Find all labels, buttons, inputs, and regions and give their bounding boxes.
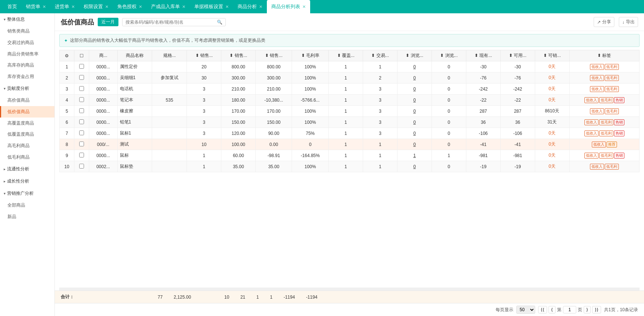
close-icon[interactable]: ✕: [71, 4, 75, 9]
filter-button[interactable]: 近一月: [98, 18, 118, 26]
sidebar-item-low-coverage[interactable]: 低覆盖度商品: [0, 129, 54, 140]
sidebar-section-circulation[interactable]: ▸ 流通性分析: [0, 163, 54, 175]
page-header: 低价值商品 近一月 🔍 ↗ 分享 ↓ 导出: [55, 13, 644, 31]
per-page-select[interactable]: 50 20 100: [516, 306, 535, 314]
nav-purchase-order[interactable]: 进货单 ✕: [50, 0, 79, 13]
next-page-button[interactable]: ⟩: [584, 306, 591, 313]
browse-link[interactable]: 0: [413, 164, 416, 169]
search-icon[interactable]: 🔍: [217, 20, 222, 25]
row-checkbox[interactable]: [79, 130, 84, 135]
tag-badge: 低收入: [584, 153, 598, 159]
close-icon[interactable]: ✕: [302, 4, 306, 9]
cell-stock: -106: [466, 128, 500, 139]
sidebar-item-high-coverage[interactable]: 高覆盖度商品: [0, 118, 54, 129]
table-row: 6 0000... 铅笔1 3 150.00 150.00 100% 1 3 0…: [60, 117, 640, 128]
row-checkbox[interactable]: [79, 75, 84, 80]
page-number-input[interactable]: [563, 306, 576, 313]
tag-badge: 低毛利: [599, 119, 613, 125]
export-button[interactable]: ↓ 导出: [619, 17, 638, 27]
sidebar-item-stock-capital[interactable]: 库存资金占用: [0, 71, 54, 82]
close-icon[interactable]: ✕: [182, 4, 185, 9]
sidebar-item-new-products[interactable]: 新品: [0, 211, 54, 222]
close-icon[interactable]: ✕: [259, 4, 262, 9]
last-page-button[interactable]: ⟩⟩: [592, 306, 601, 313]
first-page-button[interactable]: ⟨⟨: [538, 306, 547, 313]
cell-checkbox[interactable]: [74, 150, 89, 161]
browse-link[interactable]: 0: [413, 142, 416, 147]
cell-checkbox[interactable]: [74, 139, 89, 150]
row-checkbox[interactable]: [79, 119, 84, 124]
cell-name: 吴细细1: [117, 72, 152, 84]
cell-checkbox[interactable]: [74, 84, 89, 95]
arrow-icon: ▾: [4, 86, 6, 91]
cell-checkbox[interactable]: [74, 106, 89, 117]
nav-role-auth[interactable]: 角色授权 ✕: [113, 0, 147, 13]
tag-badge: 低毛利: [605, 164, 619, 170]
horizontal-scrollbar[interactable]: [59, 288, 640, 290]
sidebar-section-marketing[interactable]: ▾ 营销推广分析: [0, 187, 54, 200]
tag-badge: 低收入: [592, 142, 606, 147]
browse-link[interactable]: 0: [413, 64, 416, 69]
sidebar-item-low-value[interactable]: 低价值商品: [0, 106, 54, 118]
row-checkbox[interactable]: [79, 64, 84, 69]
cell-checkbox[interactable]: [74, 95, 89, 106]
prev-page-button[interactable]: ⟨: [549, 306, 556, 313]
browse-link[interactable]: 0: [413, 120, 416, 125]
sidebar-item-high-margin[interactable]: 高毛利商品: [0, 140, 54, 152]
close-icon[interactable]: ✕: [43, 4, 46, 9]
browse-link[interactable]: 0: [413, 75, 416, 81]
cell-no: 8: [60, 139, 74, 150]
nav-product-analysis[interactable]: 商品分析 ✕: [233, 0, 267, 13]
sidebar-section-overall[interactable]: ▾ 整体信息: [0, 13, 54, 26]
row-checkbox[interactable]: [79, 142, 84, 146]
share-button[interactable]: ↗ 分享: [594, 17, 614, 27]
cell-no: 1: [60, 61, 74, 72]
cell-available: -22: [500, 95, 535, 106]
browse-link[interactable]: 0: [413, 109, 416, 114]
cell-spec: [152, 150, 187, 161]
row-checkbox[interactable]: [79, 108, 84, 113]
sidebar-item-high-value[interactable]: 高价值商品: [0, 95, 54, 106]
browse-link[interactable]: 0: [413, 86, 416, 92]
sidebar-item-low-margin[interactable]: 低毛利商品: [0, 152, 54, 163]
table-row: 8 000/... 测试 10 100.00 0.00 0 1 1 0 0 -4…: [60, 139, 640, 150]
nav-home[interactable]: 首页: [3, 0, 21, 13]
row-checkbox[interactable]: [79, 97, 84, 102]
row-checkbox[interactable]: [79, 86, 84, 91]
sidebar-section-growth[interactable]: ▸ 成长性分析: [0, 175, 54, 187]
sidebar-item-category-sales[interactable]: 商品分类销售率: [0, 48, 54, 60]
nav-product-analysis-list[interactable]: 商品分析列表 ✕: [267, 0, 310, 13]
close-icon[interactable]: ✕: [105, 4, 108, 9]
th-checkbox[interactable]: ☐: [74, 50, 89, 61]
cell-checkbox[interactable]: [74, 161, 89, 172]
tag-badge: 热销: [614, 153, 624, 159]
tag-badge: 低收入: [590, 108, 604, 114]
nav-product-instock[interactable]: 产成品入库单 ✕: [147, 0, 190, 13]
cell-checkbox[interactable]: [74, 128, 89, 139]
sidebar-item-sales-products[interactable]: 销售类商品: [0, 26, 54, 37]
cell-available: -106: [500, 128, 535, 139]
sidebar-item-traded-products[interactable]: 交易过的商品: [0, 37, 54, 48]
row-checkbox[interactable]: [79, 164, 84, 169]
row-checkbox[interactable]: [79, 153, 84, 157]
search-input[interactable]: [125, 20, 215, 25]
cell-checkbox[interactable]: [74, 61, 89, 72]
sidebar-item-all-products[interactable]: 全部商品: [0, 200, 54, 211]
nav-permissions[interactable]: 权限设置 ✕: [79, 0, 113, 13]
cell-checkbox[interactable]: [74, 72, 89, 84]
th-settings[interactable]: ⚙: [60, 50, 74, 61]
nav-template-settings[interactable]: 单据模板设置 ✕: [190, 0, 233, 13]
sidebar-item-high-stock[interactable]: 高库存的商品: [0, 60, 54, 71]
browse-link[interactable]: 0: [413, 98, 416, 103]
cell-checkbox[interactable]: [74, 117, 89, 128]
cell-tags: 低收入低毛利: [569, 106, 640, 117]
th-tags: ⬍ 标签: [569, 50, 640, 61]
browse-link[interactable]: 0: [413, 131, 416, 136]
nav-sales-order[interactable]: 销货单 ✕: [21, 0, 50, 13]
sidebar-section-contribution[interactable]: ▾ 贡献度分析: [0, 82, 54, 95]
browse-link[interactable]: 1: [413, 153, 416, 158]
close-icon[interactable]: ✕: [225, 4, 229, 9]
cell-sales3: 210.00: [256, 84, 292, 95]
cell-sales2: 120.00: [221, 128, 256, 139]
close-icon[interactable]: ✕: [139, 4, 142, 9]
